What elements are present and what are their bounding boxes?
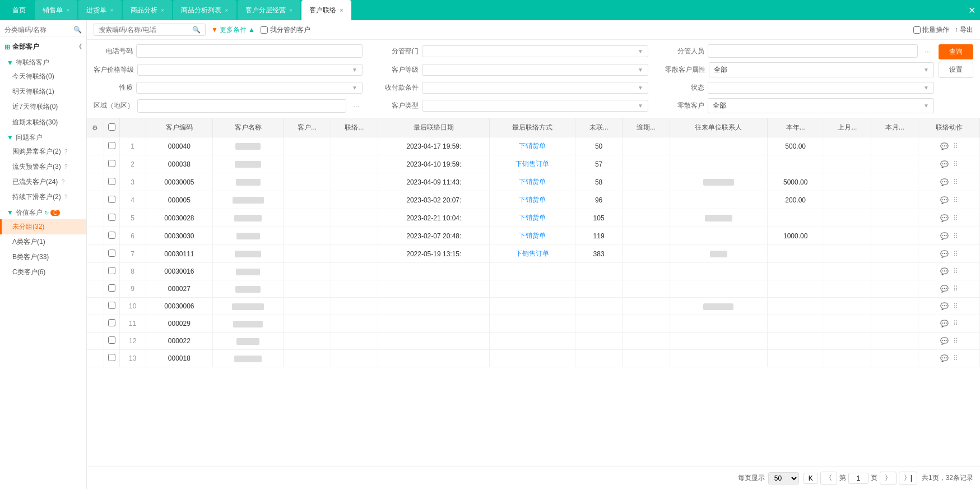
main-search-input[interactable] — [99, 26, 192, 34]
sidebar-item-abnormal[interactable]: 囤购异常客户(2) ? — [0, 144, 86, 159]
action-menu-icon[interactable]: ⠿ — [953, 302, 958, 310]
window-close-button[interactable]: ✕ — [968, 5, 976, 16]
action-menu-icon[interactable]: ⠿ — [953, 160, 958, 168]
filter-select-nature[interactable]: ▼ — [136, 82, 363, 94]
row-checkbox-3[interactable] — [108, 196, 115, 203]
row-checkbox-9[interactable] — [108, 302, 115, 309]
last-contact-way-link[interactable]: 下销货单 — [519, 232, 546, 239]
last-contact-way-link[interactable]: 下销货单 — [519, 214, 546, 222]
last-contact-way-link[interactable]: 下销售订单 — [515, 250, 549, 257]
tab-customer-segment-close[interactable]: × — [289, 7, 292, 13]
tab-sales-close[interactable]: × — [66, 7, 69, 13]
action-chat-icon[interactable]: 💬 — [940, 142, 949, 150]
filter-more-region[interactable]: ··· — [350, 102, 363, 110]
td-checkbox[interactable] — [104, 245, 119, 263]
sidebar-item-tomorrow[interactable]: 明天待联络(1) — [0, 84, 86, 99]
th-overdue[interactable]: 逾期... — [623, 118, 670, 137]
more-conditions-button[interactable]: ▼ 更多条件 ▲ — [211, 25, 255, 35]
select-all-checkbox[interactable] — [108, 123, 115, 131]
filter-select-status[interactable]: ▼ — [708, 82, 934, 94]
tab-customer-contact[interactable]: 客户联络 × — [301, 0, 351, 20]
tab-sales[interactable]: 销售单 × — [35, 0, 77, 20]
filter-input-person[interactable] — [708, 44, 918, 58]
sidebar-collapse-icon[interactable]: 《 — [76, 43, 82, 51]
last-contact-way-link[interactable]: 下销货单 — [519, 142, 546, 150]
row-checkbox-1[interactable] — [108, 160, 115, 167]
th-this-year[interactable]: 本年... — [767, 118, 824, 137]
th-contact-person[interactable]: 往来单位联系人 — [670, 118, 767, 137]
td-checkbox[interactable] — [104, 209, 119, 227]
sidebar-item-class-a[interactable]: A类客户(1) — [0, 234, 86, 250]
my-customers-check[interactable] — [261, 26, 268, 34]
sidebar-all-customers[interactable]: ⊞ 全部客户 《 — [0, 39, 86, 55]
refresh-icon-value[interactable]: ↻ — [44, 210, 49, 216]
action-chat-icon[interactable]: 💬 — [940, 214, 949, 222]
filter-select-customer-type[interactable]: ▼ — [422, 100, 648, 112]
sidebar-item-ungroup[interactable]: 未分组(32) — [0, 219, 86, 234]
last-page-button[interactable]: 〉| — [899, 472, 917, 485]
main-search-box[interactable]: 🔍 — [94, 24, 206, 36]
filter-input-phone[interactable] — [136, 44, 363, 58]
sidebar-group-problem[interactable]: ▼ 问题客户 — [0, 130, 86, 144]
th-this-month[interactable]: 本月... — [871, 118, 918, 137]
batch-op-button[interactable]: 批量操作 — [913, 25, 949, 35]
action-chat-icon[interactable]: 💬 — [940, 267, 949, 275]
my-customers-checkbox[interactable]: 我分管的客户 — [261, 25, 310, 35]
action-menu-icon[interactable]: ⠿ — [953, 285, 958, 293]
sidebar-item-class-b[interactable]: B类客户(33) — [0, 250, 86, 265]
page-input[interactable] — [848, 473, 868, 484]
export-button[interactable]: ↑ 导出 — [955, 25, 973, 35]
action-chat-icon[interactable]: 💬 — [940, 302, 949, 310]
th-code[interactable]: 客户编码 — [146, 118, 212, 137]
tab-analysis[interactable]: 商品分析 × — [123, 0, 172, 20]
per-page-select[interactable]: 50 20 100 — [768, 472, 799, 485]
th-settings[interactable]: ⚙ — [87, 118, 104, 137]
sidebar-item-today[interactable]: 今天待联络(0) — [0, 69, 86, 84]
last-contact-way-link[interactable]: 下销售订单 — [515, 160, 549, 168]
th-contact[interactable]: 联络... — [331, 118, 378, 137]
th-checkbox[interactable] — [104, 118, 119, 137]
sidebar-search-box[interactable]: 🔍 — [0, 24, 86, 36]
next-page-button[interactable]: 〉 — [880, 472, 897, 485]
query-button[interactable]: 查询 — [939, 44, 973, 59]
sidebar-search-input[interactable] — [4, 26, 71, 34]
action-menu-icon[interactable]: ⠿ — [953, 214, 958, 222]
tab-analysis-close[interactable]: × — [161, 7, 164, 13]
action-menu-icon[interactable]: ⠿ — [953, 178, 958, 186]
filter-select-retail-attr[interactable]: 全部 ▼ — [709, 62, 934, 77]
action-menu-icon[interactable]: ⠿ — [953, 250, 958, 258]
row-checkbox-8[interactable] — [108, 284, 115, 292]
tab-analysis-list[interactable]: 商品分析列表 × — [173, 0, 236, 20]
tab-purchase-close[interactable]: × — [110, 7, 113, 13]
filter-more-person[interactable]: ··· — [921, 47, 934, 56]
action-menu-icon[interactable]: ⠿ — [953, 142, 958, 150]
action-chat-icon[interactable]: 💬 — [940, 178, 949, 186]
last-contact-way-link[interactable]: 下销货单 — [519, 178, 546, 186]
tab-customer-contact-close[interactable]: × — [340, 7, 343, 13]
th-uncontacted[interactable]: 未联... — [575, 118, 622, 137]
row-checkbox-5[interactable] — [108, 232, 115, 239]
sidebar-item-churned[interactable]: 已流失客户(24) ? — [0, 174, 86, 190]
td-checkbox[interactable] — [104, 191, 119, 209]
td-checkbox[interactable] — [104, 298, 119, 315]
action-chat-icon[interactable]: 💬 — [940, 196, 949, 204]
td-checkbox[interactable] — [104, 173, 119, 191]
td-checkbox[interactable] — [104, 155, 119, 173]
action-chat-icon[interactable]: 💬 — [940, 232, 949, 240]
action-menu-icon[interactable]: ⠿ — [953, 232, 958, 240]
row-checkbox-12[interactable] — [108, 354, 115, 361]
sidebar-item-declining[interactable]: 持续下滑客户(2) ? — [0, 190, 86, 205]
sidebar-item-churn-warning[interactable]: 流失预警客户(3) ? — [0, 159, 86, 174]
td-checkbox[interactable] — [104, 227, 119, 245]
filter-select-price-level[interactable]: ▼ — [137, 64, 363, 76]
row-checkbox-10[interactable] — [108, 319, 115, 326]
filter-select-retail[interactable]: 全部 ▼ — [708, 98, 934, 113]
filter-select-customer-level[interactable]: ▼ — [422, 64, 648, 76]
action-chat-icon[interactable]: 💬 — [940, 337, 949, 345]
filter-input-region[interactable] — [137, 99, 346, 113]
row-checkbox-0[interactable] — [108, 142, 115, 149]
th-last-contact-way[interactable]: 最后联络方式 — [490, 118, 575, 137]
row-checkbox-2[interactable] — [108, 178, 115, 185]
row-checkbox-6[interactable] — [108, 250, 115, 257]
tab-customer-segment[interactable]: 客户分层经营 × — [238, 0, 300, 20]
